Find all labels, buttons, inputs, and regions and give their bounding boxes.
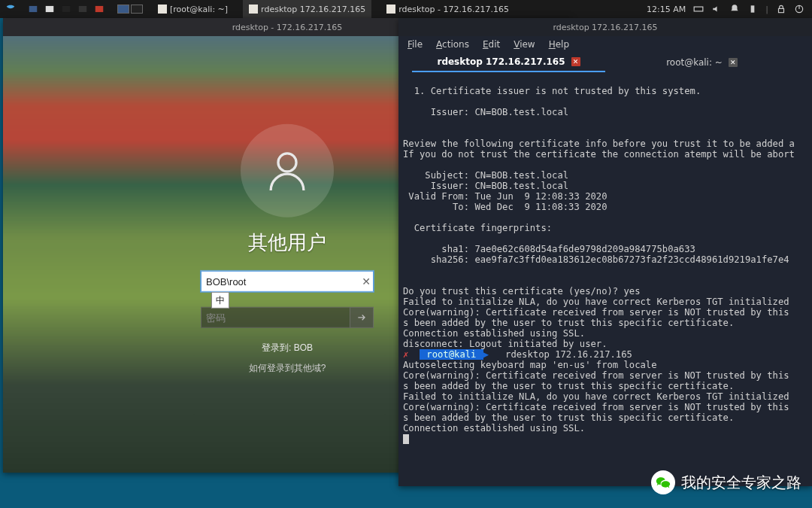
menu-actions[interactable]: Actions — [436, 39, 469, 50]
battery-icon[interactable] — [747, 4, 758, 14]
svg-rect-7 — [779, 8, 784, 12]
close-tab-icon[interactable]: ✕ — [729, 58, 738, 67]
volume-icon[interactable] — [711, 4, 722, 14]
close-tab-icon[interactable]: ✕ — [571, 57, 580, 66]
app-menu-icon[interactable] — [3, 2, 18, 17]
browser-icon[interactable] — [75, 2, 90, 17]
window-titlebar[interactable]: rdesktop 172.16.217.165 — [398, 18, 812, 36]
taskbar-item-root[interactable]: [root@kali: ~] — [152, 0, 234, 18]
notification-icon[interactable] — [729, 4, 740, 14]
taskbar-item-rdesktop-b[interactable]: rdesktop - 172.16.217.165 — [380, 0, 515, 18]
task-label: rdesktop 172.16.217.165 — [261, 5, 365, 14]
taskbar-item-rdesktop-a[interactable]: rdesktop 172.16.217.165 — [243, 0, 371, 18]
tab-label: root@kali: ~ — [666, 57, 723, 68]
workspace-2[interactable] — [131, 5, 143, 14]
lock-icon[interactable] — [776, 4, 786, 14]
other-domain-help-link[interactable]: 如何登录到其他域? — [249, 362, 326, 375]
window-title: rdesktop 172.16.217.165 — [553, 23, 657, 32]
submit-button[interactable] — [350, 307, 374, 328]
other-user-label: 其他用户 — [248, 230, 326, 256]
terminal-cursor — [403, 434, 409, 444]
terminal-output[interactable]: 1. Certificate issuer is not trusted by … — [398, 72, 812, 486]
desktop: rdesktop - 172.16.217.165 其他用户 ✕ 中 — [0, 18, 812, 508]
svg-rect-4 — [95, 6, 104, 12]
window-icon — [158, 5, 167, 14]
folder-icon[interactable] — [42, 2, 57, 17]
password-row — [201, 307, 374, 328]
svg-point-10 — [278, 154, 296, 172]
wechat-icon — [651, 470, 675, 494]
svg-rect-2 — [62, 6, 71, 12]
top-panel: [root@kali: ~] rdesktop 172.16.217.165 r… — [0, 0, 812, 18]
tab-rdesktop[interactable]: rdesktop 172.16.217.165 ✕ — [412, 53, 605, 72]
svg-rect-5 — [694, 7, 703, 11]
terminal-text-top: 1. Certificate issuer is not trusted by … — [403, 86, 795, 349]
menu-file[interactable]: File — [408, 39, 423, 50]
tab-root[interactable]: root@kali: ~ ✕ — [605, 53, 798, 72]
menu-help[interactable]: Help — [549, 39, 569, 50]
menu-edit[interactable]: Edit — [483, 39, 500, 50]
tab-label: rdesktop 172.16.217.165 — [437, 56, 565, 67]
password-input[interactable] — [201, 307, 350, 328]
terminal-window: rdesktop 172.16.217.165 File Actions Edi… — [398, 18, 812, 486]
terminal-menubar: File Actions Edit View Help — [398, 36, 812, 53]
arrow-right-icon — [356, 312, 368, 324]
power-icon[interactable] — [794, 4, 804, 14]
window-icon — [386, 5, 395, 14]
watermark: 我的安全专家之路 — [651, 470, 801, 494]
files-icon[interactable] — [26, 2, 41, 17]
metasploit-icon[interactable] — [92, 2, 107, 17]
svg-rect-3 — [79, 6, 87, 12]
terminal-tabs: rdesktop 172.16.217.165 ✕ root@kali: ~ ✕ — [398, 53, 812, 72]
watermark-text: 我的安全专家之路 — [681, 473, 801, 493]
terminal-icon[interactable] — [59, 2, 74, 17]
task-label: [root@kali: ~] — [170, 5, 228, 14]
clock[interactable]: 12:15 AM — [647, 5, 686, 14]
svg-rect-1 — [46, 6, 54, 12]
task-label: rdesktop - 172.16.217.165 — [398, 5, 509, 14]
svg-rect-0 — [29, 6, 38, 12]
username-input[interactable] — [201, 271, 374, 292]
svg-rect-6 — [751, 5, 755, 12]
ime-indicator[interactable]: 中 — [211, 292, 229, 309]
username-row: ✕ 中 — [201, 271, 374, 292]
menu-view[interactable]: View — [514, 39, 535, 50]
workspace-1[interactable] — [117, 5, 129, 14]
terminal-text-bottom: Autoselecting keyboard map 'en-us' from … — [403, 360, 795, 433]
clear-username-icon[interactable]: ✕ — [362, 275, 371, 287]
window-title: rdesktop - 172.16.217.165 — [232, 23, 343, 32]
keyboard-icon[interactable] — [693, 4, 704, 14]
window-icon — [249, 5, 258, 14]
user-avatar-icon — [241, 124, 334, 217]
sign-in-domain: 登录到: BOB — [262, 342, 313, 354]
